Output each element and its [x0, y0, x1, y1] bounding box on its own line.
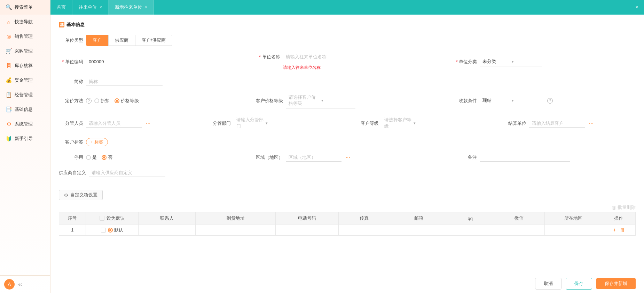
short-name-row: 简称: [59, 78, 636, 86]
cell-location[interactable]: [545, 225, 602, 236]
tab-new-partner[interactable]: 新增往来单位 ×: [109, 0, 154, 15]
region-input[interactable]: [286, 153, 341, 162]
customer-price-level-select[interactable]: 请选择客户价格等级 ▾: [286, 93, 355, 108]
batch-delete-label[interactable]: 批量删除: [618, 204, 636, 211]
footer-bar: 取消 保存 保存并新增: [50, 274, 644, 293]
cancel-button[interactable]: 取消: [535, 278, 561, 290]
qq-input[interactable]: [460, 227, 481, 233]
remark-field: 备注: [453, 153, 636, 162]
tab-partners-close[interactable]: ×: [100, 5, 102, 10]
radio-no[interactable]: 否: [102, 154, 112, 161]
radio-no-circle: [102, 155, 107, 160]
col-default: 设为默认: [86, 212, 138, 225]
col-email: 邮箱: [390, 212, 447, 225]
tags-row: 客户标签 + 标签: [59, 138, 636, 146]
supplier-custom-field: 供应商自定义: [59, 169, 636, 177]
default-label: 默认: [114, 227, 123, 233]
manager-input[interactable]: [86, 119, 142, 128]
supplier-custom-input[interactable]: [89, 169, 165, 177]
window-close-button[interactable]: ×: [630, 4, 644, 10]
sidebar-item-finance[interactable]: 💰 资金管理: [0, 73, 50, 88]
custom-settings-button[interactable]: ⚙ 自定义项设置: [59, 190, 103, 200]
wechat-input[interactable]: [507, 227, 531, 233]
payment-terms-field: 收款条件 现结 ▾ ?: [453, 96, 636, 105]
cell-fax[interactable]: [338, 225, 390, 236]
radio-discount[interactable]: 折扣: [94, 98, 110, 104]
cell-contact[interactable]: [138, 225, 195, 236]
cell-address[interactable]: [196, 225, 276, 236]
sidebar-item-sales[interactable]: ◎ 销售管理: [0, 29, 50, 44]
search-icon: 🔍: [6, 4, 12, 10]
short-name-input[interactable]: [86, 78, 163, 86]
btn-type-customer[interactable]: 客户: [86, 35, 108, 46]
btn-type-both[interactable]: 客户/供应商: [135, 35, 172, 46]
tab-new-partner-close[interactable]: ×: [145, 5, 147, 10]
manager-label: 分管人员: [59, 120, 83, 127]
remark-input[interactable]: [480, 153, 570, 162]
col-phone: 电话号码: [275, 212, 338, 225]
radio-price-level[interactable]: 价格等级: [115, 98, 139, 104]
sales-icon: ◎: [6, 33, 12, 40]
form-content: 基 基本信息 单位类型 客户 供应商 客户/供应商 单位编码 单位名称: [50, 15, 644, 274]
unit-category-select[interactable]: 未分类 ▾: [480, 57, 542, 66]
chevron-down-icon: ▾: [321, 98, 353, 103]
payment-help-icon[interactable]: ?: [547, 98, 553, 104]
contacts-table: 序号 设为默认 联系人 到货地址 电话号码 传真 邮箱 qq 微信 所在地区: [59, 212, 636, 236]
region-more-icon[interactable]: ···: [346, 154, 350, 161]
phone-input[interactable]: [291, 227, 323, 233]
sidebar-item-label: 库存核算: [15, 63, 33, 69]
sidebar-item-system[interactable]: ⚙ 系统管理: [0, 117, 50, 131]
email-input[interactable]: [405, 227, 433, 233]
sidebar-item-quicknav[interactable]: ⌂ 快捷导航: [0, 15, 50, 29]
contact-input[interactable]: [153, 227, 181, 233]
guide-icon: 🔰: [6, 136, 12, 142]
settlement-more-icon[interactable]: ···: [589, 120, 594, 127]
unit-code-field: 单位编码: [59, 58, 242, 66]
sidebar-item-guide[interactable]: 🔰 新手引导: [0, 131, 50, 146]
sidebar-item-inventory[interactable]: 🗄 库存核算: [0, 58, 50, 73]
tab-home[interactable]: 首页: [50, 0, 72, 15]
location-input[interactable]: [559, 227, 587, 233]
settlement-input[interactable]: [529, 119, 585, 128]
sidebar-item-purchase[interactable]: 🛒 采购管理: [0, 44, 50, 58]
add-row-icon[interactable]: ＋: [612, 227, 617, 233]
save-new-button[interactable]: 保存并新增: [596, 278, 636, 289]
cell-phone[interactable]: [275, 225, 338, 236]
col-wechat: 微信: [493, 212, 545, 225]
unit-name-label: 单位名称: [256, 54, 280, 60]
unit-name-input[interactable]: [283, 53, 346, 61]
unit-category-value: 未分类: [482, 58, 510, 65]
default-radio[interactable]: 默认: [108, 227, 123, 233]
radio-yes-label: 是: [92, 154, 97, 161]
sidebar-collapse-icon[interactable]: ≪: [17, 282, 22, 287]
pricing-help-icon[interactable]: ?: [86, 98, 92, 104]
radio-yes[interactable]: 是: [86, 154, 97, 161]
payment-terms-select[interactable]: 现结 ▾: [480, 96, 542, 105]
cell-qq[interactable]: [447, 225, 493, 236]
chevron-down-icon: ▾: [512, 59, 540, 64]
customer-level-select[interactable]: 请选择客户等级 ▾: [382, 115, 444, 131]
sidebar-item-label: 新手引导: [15, 136, 33, 142]
unit-code-input[interactable]: [86, 58, 149, 66]
row-checkbox[interactable]: [101, 228, 106, 233]
sidebar-item-operations[interactable]: 📋 经营管理: [0, 88, 50, 102]
btn-type-supplier[interactable]: 供应商: [108, 35, 135, 46]
sidebar-item-basic[interactable]: 📑 基础信息: [0, 102, 50, 117]
delete-row-icon[interactable]: 🗑: [620, 227, 625, 233]
fax-input[interactable]: [352, 227, 376, 233]
unit-type-buttons: 客户 供应商 客户/供应商: [86, 35, 172, 46]
cell-email[interactable]: [390, 225, 447, 236]
unit-type-label: 单位类型: [59, 37, 83, 43]
unit-name-field: 单位名称 请输入往来单位名称: [256, 53, 439, 71]
sidebar-item-search[interactable]: 🔍 搜索菜单: [0, 0, 50, 15]
cell-wechat[interactable]: [493, 225, 545, 236]
tags-field: 客户标签 + 标签: [59, 138, 636, 146]
select-all-checkbox[interactable]: [100, 216, 104, 221]
add-tag-button[interactable]: + 标签: [86, 138, 108, 146]
region-field: 区域（地区） ···: [256, 153, 439, 162]
save-button[interactable]: 保存: [566, 278, 592, 290]
manager-more-icon[interactable]: ···: [146, 120, 150, 127]
department-select[interactable]: 请输入分管部门 ▾: [234, 115, 296, 131]
tab-partners[interactable]: 往来单位 ×: [72, 0, 109, 15]
address-input[interactable]: [215, 227, 257, 233]
